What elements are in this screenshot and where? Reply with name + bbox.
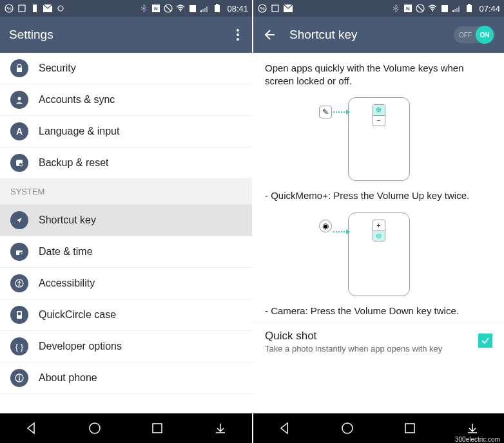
info-icon bbox=[10, 369, 28, 387]
toggle-off-label: OFF bbox=[459, 32, 472, 39]
page-title: Settings bbox=[9, 28, 233, 42]
arrow-left-icon bbox=[262, 28, 276, 42]
nav-home-icon[interactable] bbox=[334, 415, 360, 441]
gmail-icon bbox=[283, 3, 293, 14]
section-header-system: SYSTEM bbox=[0, 179, 252, 205]
letter-a-icon: A bbox=[10, 122, 28, 140]
signal-icon bbox=[452, 3, 462, 14]
list-item-developer-options[interactable]: { } Developer options bbox=[0, 331, 252, 363]
screenshot-icon bbox=[17, 3, 27, 14]
quick-shot-subtitle: Take a photo instantly when app opens wi… bbox=[265, 344, 478, 354]
quick-shot-row[interactable]: Quick shot Take a photo instantly when a… bbox=[253, 323, 504, 361]
svg-point-27 bbox=[18, 312, 21, 316]
shortcut-key-content[interactable]: Open apps quickly with the Volume keys w… bbox=[253, 53, 504, 413]
list-item-label: Developer options bbox=[39, 341, 122, 352]
svg-rect-50 bbox=[405, 424, 414, 433]
wifi-icon bbox=[175, 3, 186, 14]
list-item-label: Language & input bbox=[39, 126, 119, 137]
camera-desc: - Camera: Press the Volume Down key twic… bbox=[253, 303, 504, 323]
svg-point-18 bbox=[18, 97, 21, 100]
list-item-about-phone[interactable]: About phone bbox=[0, 363, 252, 394]
svg-rect-17 bbox=[17, 68, 22, 72]
watermark: 300electric.com bbox=[455, 436, 500, 443]
list-item-accessibility[interactable]: Accessibility bbox=[0, 268, 252, 299]
nav-back-icon[interactable] bbox=[19, 415, 44, 441]
list-item-shortcut-key[interactable]: Shortcut key bbox=[0, 205, 252, 236]
settings-screen: % N 08:41 Settings bbox=[0, 0, 252, 443]
list-item-label: Accounts & sync bbox=[39, 94, 115, 106]
toggle-on-knob: ON bbox=[476, 26, 494, 44]
shortcut-icon bbox=[10, 211, 28, 229]
app-bar: Shortcut key OFF ON bbox=[253, 17, 504, 53]
battery-icon bbox=[464, 3, 474, 14]
usb-icon bbox=[30, 3, 40, 14]
quickmemo-desc: - QuickMemo+: Press the Volume Up key tw… bbox=[253, 187, 504, 207]
svg-rect-10 bbox=[189, 5, 196, 12]
svg-rect-30 bbox=[19, 377, 20, 381]
svg-line-40 bbox=[418, 6, 423, 11]
pencil-icon: ✎ bbox=[319, 106, 332, 118]
nav-recents-icon[interactable] bbox=[397, 415, 423, 441]
nav-back-icon[interactable] bbox=[272, 415, 298, 441]
screenshot-icon bbox=[270, 3, 280, 14]
braces-icon: { } bbox=[10, 337, 28, 355]
nav-recents-icon[interactable] bbox=[144, 415, 170, 441]
shortcut-key-screen: % N 07:44 Shortcut key bbox=[252, 0, 504, 443]
svg-rect-47 bbox=[467, 5, 472, 12]
overflow-menu-icon[interactable] bbox=[233, 29, 243, 41]
svg-text:N: N bbox=[407, 6, 411, 12]
svg-rect-44 bbox=[454, 9, 456, 12]
svg-rect-14 bbox=[206, 6, 208, 12]
lock-icon bbox=[10, 59, 28, 77]
svg-rect-13 bbox=[204, 8, 206, 12]
settings-list[interactable]: Security Accounts & sync A Language & in… bbox=[0, 53, 252, 413]
svg-rect-43 bbox=[452, 10, 454, 12]
status-time: 07:44 bbox=[479, 4, 500, 14]
nfc-icon: N bbox=[151, 3, 161, 14]
status-bar: % N 07:44 bbox=[253, 0, 504, 17]
svg-rect-46 bbox=[458, 6, 460, 12]
signal-icon bbox=[200, 3, 210, 14]
list-item-language-input[interactable]: A Language & input bbox=[0, 116, 252, 147]
svg-point-29 bbox=[19, 375, 20, 377]
camera-icon: ◉ bbox=[319, 220, 332, 232]
calendar-icon bbox=[10, 243, 28, 261]
wifi-icon bbox=[427, 3, 438, 14]
list-item-quickcircle[interactable]: QuickCircle case bbox=[0, 299, 252, 331]
svg-rect-3 bbox=[33, 5, 37, 12]
list-item-security[interactable]: Security bbox=[0, 53, 252, 84]
list-item-label: About phone bbox=[39, 372, 97, 384]
list-item-date-time[interactable]: Date & time bbox=[0, 236, 252, 268]
list-item-label: Shortcut key bbox=[39, 214, 96, 226]
volume-up: + bbox=[373, 220, 385, 231]
intro-text: Open apps quickly with the Volume keys w… bbox=[253, 53, 504, 92]
nav-bar bbox=[0, 413, 252, 443]
sim-icon bbox=[440, 3, 450, 14]
list-item-label: QuickCircle case bbox=[39, 309, 116, 321]
svg-text:%: % bbox=[260, 6, 264, 12]
list-item-accounts-sync[interactable]: Accounts & sync bbox=[0, 84, 252, 116]
back-button[interactable] bbox=[262, 28, 280, 42]
svg-rect-35 bbox=[272, 5, 278, 12]
svg-text:%: % bbox=[6, 6, 11, 12]
shortcut-key-toggle[interactable]: OFF ON bbox=[454, 26, 495, 43]
volume-down-highlight: ⊖ bbox=[373, 231, 385, 241]
list-item-backup-reset[interactable]: Backup & reset bbox=[0, 147, 252, 179]
quick-shot-checkbox[interactable] bbox=[478, 334, 492, 348]
volume-down: − bbox=[373, 115, 385, 126]
diagram-camera: ◉ + ⊖ bbox=[253, 207, 504, 303]
quick-shot-title: Quick shot bbox=[265, 330, 478, 343]
list-item-label: Accessibility bbox=[39, 278, 95, 289]
bluetooth-icon bbox=[139, 3, 149, 14]
svg-point-31 bbox=[90, 423, 100, 433]
no-sim-icon bbox=[163, 3, 173, 14]
nav-home-icon[interactable] bbox=[82, 415, 108, 441]
status-time: 08:41 bbox=[227, 4, 248, 14]
diagram-quickmemo: ✎ ⊕ − bbox=[253, 92, 504, 187]
svg-point-9 bbox=[180, 10, 181, 12]
list-item-label: Backup & reset bbox=[39, 157, 109, 169]
nav-notification-icon[interactable] bbox=[208, 415, 233, 441]
svg-rect-48 bbox=[468, 4, 470, 5]
svg-rect-42 bbox=[441, 5, 448, 12]
svg-rect-12 bbox=[202, 9, 204, 12]
